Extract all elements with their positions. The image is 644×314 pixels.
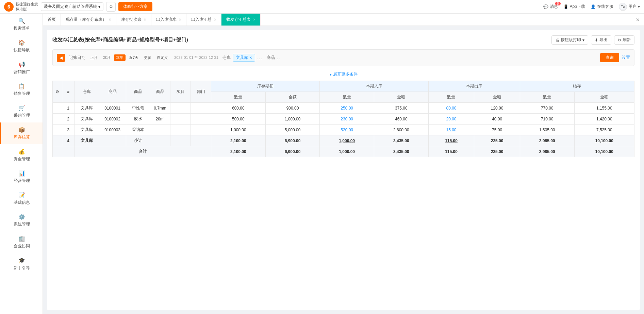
date-more[interactable]: 更多 — [142, 54, 153, 61]
warehouse-tag-close-icon[interactable]: ✕ — [249, 56, 252, 60]
avatar: Ea — [619, 3, 627, 11]
row-balance-qty: 770.00 — [520, 103, 574, 114]
sidebar-item-operation[interactable]: 📊 经营管理 — [0, 166, 43, 188]
settings-gear-button[interactable]: ⚙ — [106, 2, 116, 12]
row-opening-qty: 500.00 — [211, 114, 266, 125]
tab-home[interactable]: 首页 — [43, 14, 61, 26]
row-name: 胶水 — [126, 114, 150, 125]
tab-inventory-dist-close[interactable]: ✕ — [109, 18, 111, 21]
sidebar-item-quick-nav[interactable]: 🏠 快捷导航 — [0, 35, 43, 57]
row-project — [170, 114, 191, 125]
row-out-qty[interactable]: 15.00 — [428, 125, 474, 135]
sidebar-item-search[interactable]: 🔍 搜索菜单 — [0, 14, 43, 35]
tab-inout-summary-close[interactable]: ✕ — [214, 18, 216, 21]
sidebar-item-inventory[interactable]: 📦 库存核算 — [0, 122, 43, 144]
row-out-amt: 75.00 — [474, 125, 520, 135]
row-dept — [191, 103, 211, 114]
sidebar-item-purchase[interactable]: 🛒 采购管理 — [0, 101, 43, 122]
trial-button[interactable]: 体验行业方案 — [118, 2, 152, 11]
date-this-month[interactable]: 本月 — [101, 54, 113, 61]
sidebar-item-guide[interactable]: 🎓 新手引导 — [0, 253, 43, 275]
printer-icon: 🖨 — [555, 38, 559, 43]
sidebar-item-basic-info[interactable]: 📝 基础信息 — [0, 188, 43, 210]
sidebar-item-marketing[interactable]: 📢 营销推广 — [0, 57, 43, 79]
sidebar-item-finance[interactable]: 💰 资金管理 — [0, 144, 43, 166]
col-out-amt-header: 金额 — [474, 92, 520, 103]
user-label: 用户 — [628, 4, 637, 10]
app-download-label: App下载 — [570, 4, 585, 10]
tab-batch-ledger[interactable]: 库存批次账 ✕ — [116, 14, 151, 26]
row-balance-amt: 1,420.00 — [574, 114, 634, 125]
col-opening-amt-header: 金额 — [265, 92, 320, 103]
sidebar-label-purchase: 采购管理 — [14, 113, 30, 118]
settings-link[interactable]: 设置 — [622, 55, 630, 61]
tab-batch-ledger-close[interactable]: ✕ — [144, 18, 146, 21]
warehouse-tag[interactable]: 文具库 ✕ — [233, 54, 255, 62]
subtotal-out-qty: 115.00 — [428, 135, 474, 146]
system-icon: ⚙️ — [18, 214, 25, 220]
system-selector[interactable]: 装备及固定资产辅助管理系统 ▾ — [41, 2, 103, 11]
tab-bar: 首页 现存量（库存分布表） ✕ 库存批次账 ✕ 出入库流水 ✕ 出入库汇总 ✕ — [43, 14, 644, 26]
warehouse-more-button[interactable]: ... — [257, 55, 263, 60]
col-spec-header: 商品 — [150, 81, 170, 103]
app-download-button[interactable]: 📱 App下载 — [563, 4, 585, 10]
row-in-qty[interactable]: 250.00 — [320, 103, 374, 114]
filter-collapse-button[interactable]: ◀ — [57, 54, 65, 62]
messages-button[interactable]: 💬 消息 6 — [543, 4, 558, 10]
sidebar-item-sales[interactable]: 📋 销售管理 — [0, 79, 43, 101]
expand-down-icon: ▾ — [330, 72, 332, 77]
tab-inout-flow-close[interactable]: ✕ — [179, 18, 181, 21]
date-this-year[interactable]: 本年 — [114, 54, 126, 61]
date-last-month[interactable]: 上月 — [88, 54, 100, 61]
data-table-wrapper: ⚙ # 仓库 商品 商品 商品 项目 部门 库存期初 本期入库 — [52, 81, 634, 157]
subtotal-num: 4 — [62, 135, 75, 146]
row-out-amt: 40.00 — [474, 114, 520, 125]
marketing-icon: 📢 — [18, 61, 25, 68]
row-project — [170, 103, 191, 114]
row-in-qty[interactable]: 520.00 — [320, 125, 374, 135]
tab-receive-send-summary[interactable]: 收发存汇总表 ✕ — [221, 14, 261, 26]
refresh-button[interactable]: ↻ 刷新 — [614, 35, 634, 45]
export-button[interactable]: ⬇ 导出 — [591, 35, 611, 45]
expand-more-button[interactable]: ▾ 展开更多条件 — [330, 69, 358, 77]
tab-receive-send-summary-close[interactable]: ✕ — [253, 18, 255, 21]
tab-inventory-dist[interactable]: 现存量（库存分布表） ✕ — [61, 14, 116, 26]
date-custom[interactable]: 自定义 — [155, 54, 170, 61]
logo-icon: 6 — [4, 2, 14, 12]
home-icon: 🏠 — [18, 39, 25, 46]
subtotal-balance-amt: 10,100.00 — [574, 135, 634, 146]
tab-inout-summary-label: 出入库汇总 — [191, 17, 212, 22]
goods-more-button[interactable]: ... — [277, 55, 282, 60]
goods-filter: 商品 ... — [267, 55, 282, 61]
page-title: 收发存汇总表(按仓库+商品编码+商品+规格型号+项目+部门) — [52, 37, 188, 43]
print-label: 按钮版打印 — [561, 37, 581, 43]
sidebar-label-guide: 新手引导 — [14, 265, 30, 271]
print-button[interactable]: 🖨 按钮版打印 ▾ — [551, 35, 588, 45]
row-out-qty[interactable]: 80.00 — [428, 103, 474, 114]
tab-bar-close-all[interactable]: ✕ — [632, 17, 644, 22]
sidebar-item-enterprise[interactable]: 🏢 企业协同 — [0, 231, 43, 253]
query-button[interactable]: 查询 — [600, 53, 619, 62]
warehouse-filter: 仓库 文具库 ✕ ... — [222, 54, 263, 62]
row-code: 0100002 — [99, 114, 126, 125]
sales-icon: 📋 — [18, 83, 25, 89]
row-num: 1 — [62, 103, 75, 114]
tab-inout-summary[interactable]: 出入库汇总 ✕ — [186, 14, 221, 26]
col-dept-header: 部门 — [191, 81, 211, 103]
tab-inout-flow[interactable]: 出入库流水 ✕ — [151, 14, 186, 26]
subtotal-balance-qty: 2,985.00 — [520, 135, 574, 146]
date-last-7-days[interactable]: 近7天 — [127, 54, 141, 61]
row-settings — [53, 114, 62, 125]
tab-inout-flow-label: 出入库流水 — [156, 17, 177, 22]
filter-bar: ◀ 记账日期 上月 本月 本年 近7天 更多 自定义 — [52, 49, 634, 66]
row-spec: 0.7mm — [150, 103, 170, 114]
row-out-qty[interactable]: 20.00 — [428, 114, 474, 125]
col-in-header: 本期入库 — [320, 81, 428, 92]
online-service-button[interactable]: 👤 在线客服 — [591, 4, 613, 10]
row-opening-qty: 1,000.00 — [211, 125, 266, 135]
row-in-qty[interactable]: 230.00 — [320, 114, 374, 125]
user-button[interactable]: Ea 用户 ▾ — [619, 3, 640, 11]
sidebar-item-system[interactable]: ⚙️ 系统管理 — [0, 210, 43, 231]
col-name-header: 商品 — [126, 81, 150, 103]
row-name: 中性笔 — [126, 103, 150, 114]
